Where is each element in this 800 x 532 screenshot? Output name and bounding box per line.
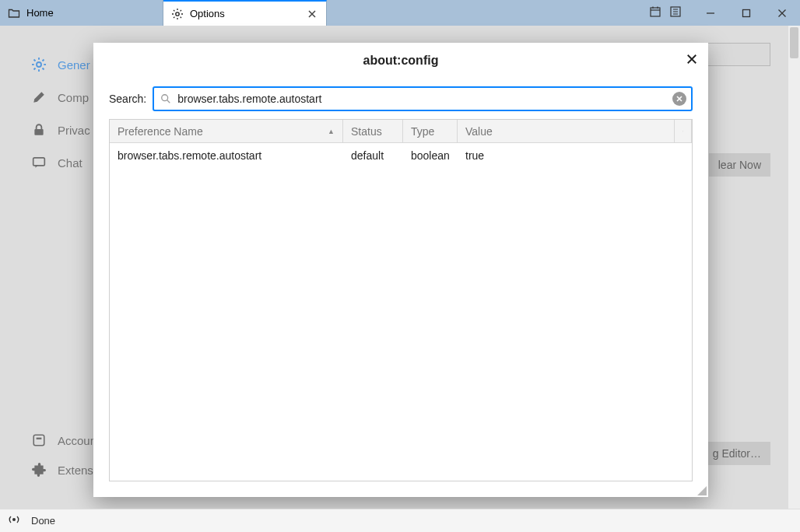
window-controls [649,0,800,26]
search-input[interactable] [176,92,668,106]
minimize-button[interactable] [693,0,728,26]
table-row[interactable]: browser.tabs.remote.autostart default bo… [110,143,692,168]
cell-value: true [458,149,692,162]
table-body: browser.tabs.remote.autostart default bo… [110,143,692,481]
folder-icon [8,7,20,19]
search-label: Search: [109,93,146,105]
svg-line-8 [181,10,181,11]
activity-icon [8,513,20,528]
dialog-close-button[interactable] [686,52,697,68]
svg-line-7 [174,16,174,17]
column-header-value[interactable]: Value [458,120,675,142]
svg-rect-9 [651,8,660,16]
vertical-scrollbar[interactable] [788,26,800,509]
svg-point-37 [12,518,16,521]
preferences-table: Preference Name ▲ Status Type Value brow… [109,119,693,481]
about-config-dialog: about:config Search: Preference Name ▲ S… [93,43,708,497]
todo-icon[interactable] [669,5,682,20]
column-header-name[interactable]: Preference Name ▲ [110,120,343,142]
cell-type: boolean [403,149,458,162]
window-close-button[interactable] [764,0,800,26]
title-bar: Home Options [0,0,800,26]
table-header: Preference Name ▲ Status Type Value [110,120,692,143]
search-icon [160,93,171,104]
search-box [153,86,693,111]
sort-ascending-icon: ▲ [328,128,335,135]
cell-preference-name: browser.tabs.remote.autostart [110,149,343,162]
calendar-icon[interactable] [649,5,661,20]
svg-point-0 [176,12,179,15]
clear-search-button[interactable] [672,92,686,106]
tab-label: Options [190,8,225,19]
gear-icon [171,8,184,20]
status-text: Done [31,515,55,527]
svg-rect-34 [682,131,683,131]
cell-status: default [343,149,403,162]
tab-home[interactable]: Home [0,0,163,26]
scrollbar-thumb[interactable] [790,27,798,58]
search-row: Search: [93,75,708,119]
dialog-title: about:config [93,43,708,75]
resize-handle[interactable] [696,485,707,495]
svg-line-6 [181,16,181,17]
column-header-type[interactable]: Type [403,120,458,142]
svg-line-33 [167,100,170,103]
tab-options[interactable]: Options [163,0,327,26]
maximize-button[interactable] [728,0,764,26]
svg-line-5 [174,10,174,11]
status-bar: Done [0,509,800,532]
tab-label: Home [26,7,54,19]
svg-rect-18 [743,9,750,16]
svg-point-32 [162,95,168,101]
close-icon[interactable] [306,8,318,20]
column-header-status[interactable]: Status [343,120,403,142]
column-picker-button[interactable] [675,120,692,142]
